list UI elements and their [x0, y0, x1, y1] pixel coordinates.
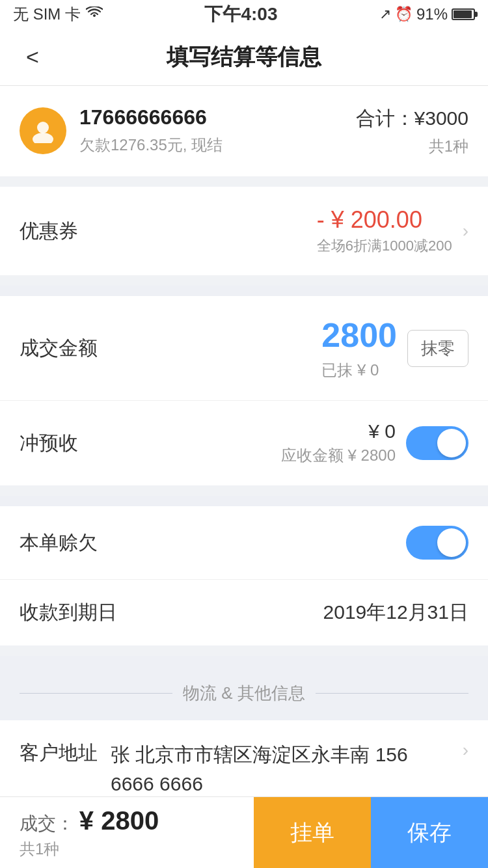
divider-text: 物流 & 其他信息: [183, 682, 305, 705]
deal-amount-right: 2800 已抹 ¥ 0 抹零: [321, 316, 468, 381]
deal-amount-label: 成交金额: [20, 335, 98, 362]
customer-card: 17666666666 欠款1276.35元, 现结 合计：¥3000 共1种: [0, 86, 488, 176]
bottom-amount: ¥ 2800: [79, 806, 159, 835]
avatar: [20, 107, 66, 154]
battery-percent: 91%: [416, 5, 448, 23]
status-bar: 无 SIM 卡 下午4:03 ↗ ⏰ 91%: [0, 0, 488, 29]
due-date-row: 收款到期日 2019年12月31日: [0, 580, 488, 645]
discount-label: 优惠券: [20, 218, 78, 245]
location-icon: ↗: [379, 6, 391, 23]
svg-point-1: [33, 133, 53, 143]
prepay-value-wrap: ¥ 0 应收金额 ¥ 2800: [281, 420, 396, 466]
customer-right: 合计：¥3000 共1种: [356, 105, 468, 157]
deal-amount-row: 成交金额 2800 已抹 ¥ 0 抹零: [0, 296, 488, 401]
back-button[interactable]: <: [20, 38, 46, 76]
status-time: 下午4:03: [204, 2, 277, 27]
round-zero-button[interactable]: 抹零: [407, 330, 468, 367]
bottom-bar: 成交： ¥ 2800 共1种 挂单 保存: [0, 796, 488, 868]
customer-info: 17666666666 欠款1276.35元, 现结: [79, 105, 223, 156]
due-date-label: 收款到期日: [20, 599, 117, 626]
separator-3: [0, 656, 488, 666]
save-button[interactable]: 保存: [371, 797, 488, 868]
address-value: 张 北京市市辖区海淀区永丰南 156 6666 6666: [111, 740, 450, 798]
wifi-icon: [86, 5, 103, 23]
discount-desc: 全场6折满1000减200: [317, 236, 452, 256]
discount-value: - ¥ 200.00: [317, 206, 452, 234]
bottom-deal-line: 成交： ¥ 2800: [20, 806, 234, 836]
address-chevron-icon: ›: [463, 740, 468, 761]
customer-left: 17666666666 欠款1276.35元, 现结: [20, 105, 223, 156]
customer-phone: 17666666666: [79, 105, 223, 129]
prepay-right-area: ¥ 0 应收金额 ¥ 2800: [281, 420, 468, 466]
status-bar-right: ↗ ⏰ 91%: [379, 5, 475, 23]
separator-2: [0, 496, 488, 506]
discount-row[interactable]: 优惠券 - ¥ 200.00 全场6折满1000减200 ›: [0, 187, 488, 275]
chevron-right-icon: ›: [463, 221, 468, 241]
total-amount: 合计：¥3000: [356, 105, 468, 132]
customer-debt: 欠款1276.35元, 现结: [79, 135, 223, 156]
address-label: 客户地址: [20, 740, 98, 766]
status-bar-left: 无 SIM 卡: [13, 4, 103, 25]
page-title: 填写结算等信息: [167, 42, 321, 72]
prepay-row: 冲预收 ¥ 0 应收金额 ¥ 2800: [0, 401, 488, 485]
no-sim-label: 无 SIM 卡: [13, 4, 81, 25]
discount-value-wrap: - ¥ 200.00 全场6折满1000减200: [317, 206, 452, 256]
nav-bar: < 填写结算等信息: [0, 29, 488, 86]
total-count: 共1种: [356, 136, 468, 157]
pending-button[interactable]: 挂单: [254, 797, 371, 868]
logistics-divider: 物流 & 其他信息: [0, 666, 488, 720]
credit-toggle-knob: [437, 528, 466, 557]
content-area: 17666666666 欠款1276.35元, 现结 合计：¥3000 共1种 …: [0, 86, 488, 868]
prepay-amount: ¥ 0: [281, 420, 396, 442]
svg-point-0: [37, 122, 49, 133]
credit-right: [406, 526, 468, 560]
erased-text: 已抹 ¥ 0: [321, 360, 397, 381]
battery-icon: [452, 8, 475, 20]
bottom-summary: 成交： ¥ 2800 共1种: [0, 797, 254, 868]
prepay-label: 冲预收: [20, 430, 78, 457]
separator-1: [0, 286, 488, 296]
divider-line-left: [20, 693, 172, 694]
prepay-toggle[interactable]: [406, 426, 468, 460]
deal-amount-value: 2800: [321, 316, 397, 355]
deal-amount-value-wrap: 2800 已抹 ¥ 0: [321, 316, 397, 381]
bottom-count: 共1种: [20, 839, 234, 860]
prepay-receivable: 应收金额 ¥ 2800: [281, 445, 396, 466]
credit-row: 本单赊欠: [0, 506, 488, 580]
due-date-value: 2019年12月31日: [323, 599, 468, 626]
discount-section: 优惠券 - ¥ 200.00 全场6折满1000减200 ›: [0, 187, 488, 275]
toggle-knob: [437, 429, 466, 457]
credit-toggle[interactable]: [406, 526, 468, 560]
alarm-icon: ⏰: [395, 6, 413, 23]
credit-section: 本单赊欠 收款到期日 2019年12月31日: [0, 506, 488, 645]
bottom-deal-label: 成交：: [20, 813, 74, 834]
discount-right: - ¥ 200.00 全场6折满1000减200 ›: [317, 206, 468, 256]
divider-line-right: [316, 693, 468, 694]
credit-label: 本单赊欠: [20, 530, 98, 556]
deal-section: 成交金额 2800 已抹 ¥ 0 抹零 冲预收 ¥ 0 应收金额 ¥ 2800: [0, 296, 488, 485]
